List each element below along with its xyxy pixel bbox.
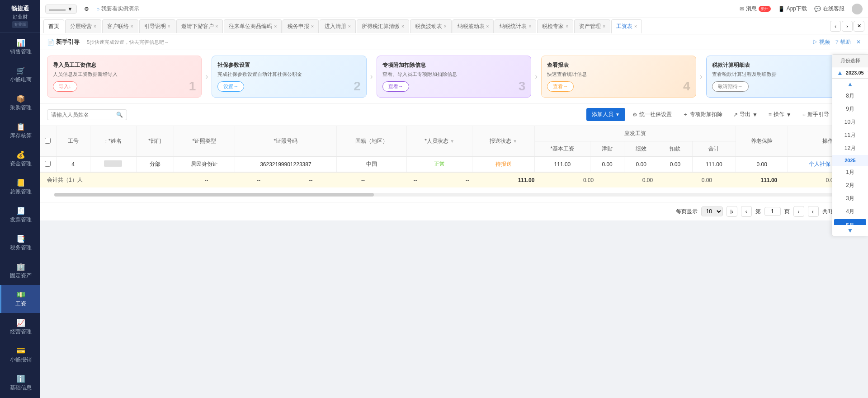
page-size-select[interactable]: 10 20 50 <box>701 206 723 216</box>
guide-video-btn[interactable]: ▷ 视频 <box>812 38 830 46</box>
guide-close-btn[interactable]: ✕ <box>856 39 861 45</box>
tab-进入清册[interactable]: 进入清册× <box>320 19 356 33</box>
sidebar-item-固定资产[interactable]: 🏢固定资产 <box>0 257 40 285</box>
tab-close-icon[interactable]: × <box>348 24 351 29</box>
tab-scroll-left[interactable]: ‹ <box>830 21 841 32</box>
tab-纳税波动表[interactable]: 纳税波动表× <box>453 19 494 33</box>
th-status: *人员状态 ▼ <box>407 126 472 157</box>
tab-close-icon[interactable]: × <box>486 24 489 29</box>
tab-纳税统计表[interactable]: 纳税统计表× <box>495 19 536 33</box>
month-item-8[interactable]: 8月 <box>832 89 868 103</box>
tab-税检专家[interactable]: 税检专家× <box>537 19 573 33</box>
sidebar-item-库存核算[interactable]: 📋库存核算 <box>0 117 40 145</box>
add-person-btn[interactable]: 添加人员 ▼ <box>586 108 625 121</box>
export-btn[interactable]: ↗ 导出 ▼ <box>730 109 761 120</box>
search-icon[interactable]: 🔍 <box>116 112 123 118</box>
step-btn[interactable]: 查看→ <box>547 81 574 92</box>
new-guide-btn[interactable]: ○ 新手引导 <box>799 109 833 120</box>
step-btn[interactable]: 导入↓ <box>53 81 77 92</box>
demo-btn[interactable]: ○ 我要看实例演示 <box>96 5 139 13</box>
sidebar-item-资金管理[interactable]: 💰资金管理 <box>0 145 40 173</box>
sidebar-item-销售管理[interactable]: 📊销售管理 <box>0 33 40 61</box>
tab-close-icon[interactable]: × <box>216 24 218 29</box>
row-checkbox[interactable] <box>45 161 51 167</box>
month-scroll-down-btn[interactable]: ▼ <box>832 225 868 236</box>
month-item-12[interactable]: 12月 <box>832 142 868 155</box>
sidebar-item-经营管理[interactable]: 📈经营管理 <box>0 313 40 341</box>
tab-所得税汇算清缴[interactable]: 所得税汇算清缴× <box>357 19 409 33</box>
tab-close-icon[interactable]: × <box>444 24 447 29</box>
tab-工资表[interactable]: 工资表× <box>611 19 642 33</box>
tab-税务申报[interactable]: 税务申报× <box>283 19 319 33</box>
month-item-5[interactable]: 5月 <box>834 219 866 225</box>
tab-close-icon[interactable]: × <box>401 24 404 29</box>
search-input[interactable] <box>51 112 114 118</box>
status-badge: 正常 <box>434 161 445 167</box>
company-selector[interactable]: ▬▬▬ ▼ <box>45 5 77 14</box>
tab-close-icon[interactable]: × <box>566 24 568 29</box>
tab-邀请下游客户[interactable]: 邀请下游客户× <box>176 19 223 33</box>
month-item-2[interactable]: 2月 <box>832 179 868 192</box>
sidebar-item-发票管理[interactable]: 🧾发票管理 <box>0 201 40 229</box>
step-btn[interactable]: 查看→ <box>382 81 409 92</box>
tab-close-icon[interactable]: × <box>131 24 133 29</box>
tab-引导说明[interactable]: 引导说明× <box>139 19 175 33</box>
special-deduction-btn[interactable]: ＋ 专项附加扣除 <box>679 109 726 120</box>
sidebar-item-小畅报销[interactable]: 💳小畅报销 <box>0 341 40 369</box>
page-input[interactable] <box>764 207 781 216</box>
message-label: 消息 <box>746 5 757 13</box>
tab-close-icon[interactable]: × <box>168 24 170 29</box>
tab-close-all[interactable]: ✕ <box>854 21 864 32</box>
tab-close-icon[interactable]: × <box>311 24 314 29</box>
sidebar-item-采购管理[interactable]: 📦采购管理 <box>0 89 40 117</box>
operations-btn[interactable]: ≡ 操作 ▼ <box>765 109 795 120</box>
settings-btn[interactable]: ⚙ <box>80 5 93 13</box>
month-year-up-btn[interactable]: ▲ <box>834 68 846 77</box>
tab-scroll-right[interactable]: › <box>842 21 853 32</box>
month-scroll-up-btn[interactable]: ▲ <box>832 79 868 89</box>
step-btn[interactable]: 敬请期待→ <box>712 81 749 92</box>
personal-social-link[interactable]: 个人社保 <box>809 161 830 167</box>
user-avatar[interactable] <box>852 4 863 14</box>
next-page-btn[interactable]: › <box>793 206 804 217</box>
tab-客户联络[interactable]: 客户联络× <box>102 19 138 33</box>
sidebar-item-工资[interactable]: 💵工资 <box>0 285 40 313</box>
scrollbar-track[interactable] <box>54 193 854 197</box>
sidebar-item-小畅电商[interactable]: 🛒小畅电商 <box>0 61 40 89</box>
month-item-11[interactable]: 11月 <box>832 129 868 142</box>
month-item-4[interactable]: 4月 <box>832 205 868 218</box>
last-page-btn[interactable]: ›| <box>808 206 819 217</box>
month-item-10[interactable]: 10月 <box>832 116 868 129</box>
tab-close-icon[interactable]: × <box>634 24 637 29</box>
month-item-3[interactable]: 3月 <box>832 192 868 205</box>
message-btn[interactable]: ✉ 消息 99+ <box>740 5 771 13</box>
select-all-checkbox[interactable] <box>45 138 51 144</box>
month-panel-nav: ▲ 2023.05 ▼ <box>832 67 868 79</box>
month-item-1[interactable]: 1月 <box>832 166 868 179</box>
footer-dash-2: -- <box>257 177 260 183</box>
submit-filter-icon[interactable]: ▼ <box>513 139 517 144</box>
status-filter-icon[interactable]: ▼ <box>450 139 454 144</box>
online-service-btn[interactable]: 💬 在线客服 <box>814 5 844 13</box>
guide-help-btn[interactable]: ? 帮助 <box>835 38 851 46</box>
tab-close-icon[interactable]: × <box>274 24 277 29</box>
tab-往来单位商品编码[interactable]: 往来单位商品编码× <box>224 19 282 33</box>
tab-资产管理[interactable]: 资产管理× <box>574 19 610 33</box>
step-btn[interactable]: 设置→ <box>217 81 244 92</box>
first-page-btn[interactable]: |‹ <box>726 206 737 217</box>
month-item-9[interactable]: 9月 <box>832 103 868 116</box>
tab-税负波动表[interactable]: 税负波动表× <box>410 19 452 33</box>
tab-close-icon[interactable]: × <box>603 24 605 29</box>
tab-close-icon[interactable]: × <box>528 24 531 29</box>
month-year-down-btn[interactable]: ▼ <box>864 68 868 77</box>
sidebar-item-基础信息[interactable]: ℹ️基础信息 <box>0 369 40 397</box>
sidebar-item-税务管理[interactable]: 📑税务管理 <box>0 229 40 257</box>
prev-page-btn[interactable]: ‹ <box>741 206 752 217</box>
app-download-btn[interactable]: 📱 App下载 <box>778 5 807 13</box>
tab-close-icon[interactable]: × <box>94 24 96 29</box>
sidebar-item-总账管理[interactable]: 📒总账管理 <box>0 173 40 201</box>
sidebar-icon: 🧾 <box>5 206 36 215</box>
tab-首页[interactable]: 首页 <box>43 19 64 33</box>
unified-settings-btn[interactable]: ⚙ 统一社保设置 <box>629 109 675 120</box>
tab-分层经营[interactable]: 分层经营× <box>65 19 101 33</box>
